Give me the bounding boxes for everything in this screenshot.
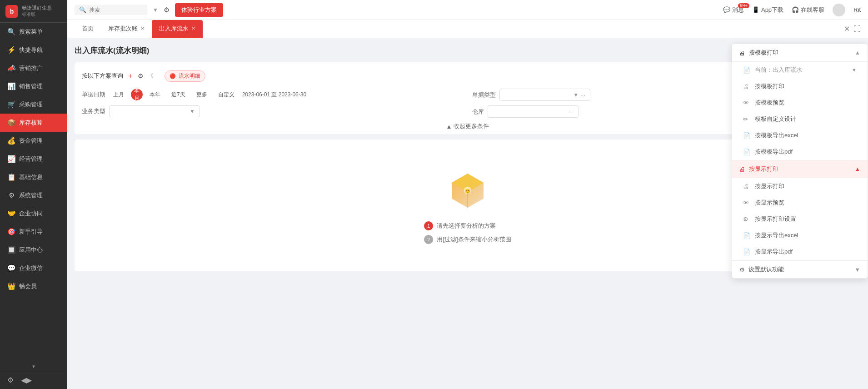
sidebar-item-search[interactable]: 🔍 搜索菜单 [0, 23, 67, 41]
sidebar-item-basic[interactable]: 📋 基础信息 [0, 168, 67, 186]
biz-type-arrow-icon: ▼ [190, 108, 195, 115]
header-gear-icon[interactable]: ⚙ [164, 6, 170, 14]
sidebar-item-marketing[interactable]: 📣 营销推广 [0, 59, 67, 77]
filter-chip-flow[interactable]: 🔴 流水明细 [165, 70, 205, 82]
date-btn-last-month[interactable]: 上月 [109, 90, 128, 100]
sidebar-item-sales[interactable]: 📊 销售管理 [0, 77, 67, 95]
date-btn-custom[interactable]: 自定义 [214, 90, 239, 100]
headset-icon: 🎧 [792, 6, 799, 13]
warehouse-more-icon[interactable]: ··· [569, 108, 574, 115]
tab-batch-account[interactable]: 库存批次账 ✕ [101, 20, 152, 38]
sidebar-item-wechat[interactable]: 💬 企业微信 [0, 259, 67, 277]
sidebar-item-purchase[interactable]: 🛒 采购管理 [0, 95, 67, 114]
money-icon: 💰 [7, 137, 15, 145]
sidebar-item-apps[interactable]: 🔲 应用中心 [0, 241, 67, 259]
sidebar-item-label: 系统管理 [19, 191, 43, 199]
tab-close-batch[interactable]: ✕ [140, 25, 145, 31]
header-search-box[interactable]: 🔍 [75, 5, 147, 15]
sidebar-item-member[interactable]: 👑 畅会员 [0, 277, 67, 295]
collapse-icon[interactable]: ◀▶ [21, 376, 32, 384]
sidebar-item-finance[interactable]: 💰 资金管理 [0, 132, 67, 150]
username-label[interactable]: Rit [853, 6, 861, 13]
window-maximize-button[interactable]: ⛶ [853, 25, 861, 33]
filter-title: 按以下方案查询 [82, 72, 123, 80]
pdf2-icon: 📄 [743, 249, 750, 255]
filter-group-biz-type: 业务类型 ▼ [82, 105, 463, 117]
sidebar-item-label: 库存核算 [19, 119, 43, 127]
dd-template-export-excel-item[interactable]: 📄 按模板导出excel [732, 127, 868, 144]
dd-display-preview-item[interactable]: 👁 按显示预览 [732, 194, 868, 211]
dd-display-export-pdf-item[interactable]: 📄 按显示导出pdf [732, 244, 868, 260]
dd-template-print-header[interactable]: 🖨 按模板打印 ▲ [732, 44, 868, 62]
date-btn-this-month[interactable]: 本月 [131, 89, 143, 100]
preview2-icon: 👁 [743, 199, 750, 206]
date-btn-this-year[interactable]: 本年 [145, 90, 165, 100]
sidebar: b 畅捷通好生意 标准版 🔍 搜索菜单 ⚡ 快捷导航 📣 营销推广 📊 销售管理… [0, 0, 67, 389]
doc-type-more-icon[interactable]: ··· [580, 91, 585, 98]
dd-display-export-excel-item[interactable]: 📄 按显示导出excel [732, 227, 868, 244]
sidebar-item-label: 应用中心 [19, 246, 43, 254]
dd-template-design-item[interactable]: ✏ 模板自定义设计 [732, 111, 868, 127]
warehouse-label: 仓库 [472, 108, 484, 116]
sidebar-scroll-down[interactable]: ▼ [0, 362, 67, 371]
tab-home[interactable]: 首页 [75, 20, 101, 38]
header: 🔍 ▼ ⚙ 体验行业方案 💬 消息 99+ 📱 App下载 🎧 在线客服 Rit [67, 0, 868, 20]
tab-close-flow[interactable]: ✕ [191, 25, 195, 31]
sidebar-item-system[interactable]: ⚙ 系统管理 [0, 186, 67, 204]
sidebar-item-operations[interactable]: 📈 经营管理 [0, 150, 67, 168]
sidebar-item-label: 营销推广 [19, 64, 43, 72]
excel-icon: 📄 [743, 132, 750, 139]
dd-default-func[interactable]: ⚙ 设置默认功能 ▼ [732, 260, 868, 278]
sidebar-item-quick-nav[interactable]: ⚡ 快捷导航 [0, 41, 67, 59]
app-download-button[interactable]: 📱 App下载 [752, 6, 783, 14]
step2-text: 用[过滤]条件来缩小分析范围 [437, 235, 511, 244]
excel2-icon: 📄 [743, 232, 750, 239]
default-icon: ⚙ [739, 266, 745, 273]
settings-icon[interactable]: ⚙ [7, 376, 14, 384]
collapse-more-button[interactable]: ▲ 收起更多条件 [446, 122, 489, 130]
trial-button[interactable]: 体验行业方案 [175, 3, 223, 17]
cart-icon: 🛒 [7, 100, 15, 109]
doc-type-select[interactable]: ▼ ··· [499, 89, 590, 101]
dd-display-print-header[interactable]: 🖨 按显示打印 ▲ [732, 160, 868, 178]
date-btn-7days[interactable]: 近7天 [167, 90, 190, 100]
sidebar-item-guide[interactable]: 🎯 新手引导 [0, 223, 67, 241]
page-title: 出入库流水(流水明细) [75, 45, 149, 56]
warehouse-select[interactable]: ··· [488, 105, 579, 118]
biz-type-label: 业务类型 [82, 107, 105, 115]
dd-template-print-item[interactable]: 🖨 按模板打印 [732, 78, 868, 95]
filter-chip-label: 流水明细 [179, 72, 200, 80]
print-icon: 🖨 [743, 83, 750, 90]
filter-collapse-icon[interactable]: 《 [147, 72, 154, 80]
dd-display-print-item[interactable]: 🖨 按显示打印 [732, 178, 868, 194]
tab-flow[interactable]: 出入库流水 ✕ [152, 20, 203, 38]
sidebar-item-enterprise[interactable]: 🤝 企业协同 [0, 204, 67, 223]
tab-bar: 首页 库存批次账 ✕ 出入库流水 ✕ ✕ ⛶ [67, 20, 868, 38]
filter-gear-icon[interactable]: ⚙ [138, 72, 144, 80]
window-close-button[interactable]: ✕ [844, 25, 850, 33]
dd-template-export-pdf-item[interactable]: 📄 按模板导出pdf [732, 144, 868, 160]
search-input[interactable] [89, 7, 135, 13]
avatar[interactable] [833, 4, 845, 16]
tab-flow-label: 出入库流水 [159, 25, 189, 33]
online-service-button[interactable]: 🎧 在线客服 [792, 6, 824, 14]
dd-display-print-settings-item[interactable]: ⚙ 按显示打印设置 [732, 211, 868, 227]
dd-display-arrow-icon: ▲ [855, 166, 860, 172]
date-btn-more[interactable]: 更多 [192, 90, 211, 100]
notifications-badge: 99+ [738, 3, 749, 8]
collapse-more-label: 收起更多条件 [454, 122, 489, 130]
dd-default-func-label: ⚙ 设置默认功能 [739, 265, 784, 274]
search-icon: 🔍 [79, 6, 86, 13]
sidebar-scroll: 🔍 搜索菜单 ⚡ 快捷导航 📣 营销推广 📊 销售管理 🛒 采购管理 📦 库存核… [0, 23, 67, 362]
date-label: 单据日期 [82, 90, 105, 99]
search-chevron-icon[interactable]: ▼ [153, 7, 158, 13]
sidebar-item-inventory[interactable]: 📦 库存核算 [0, 114, 67, 132]
biz-type-select[interactable]: ▼ [109, 105, 200, 117]
filter-add-button[interactable]: ＋ [127, 71, 134, 81]
preview-icon: 👁 [743, 100, 750, 106]
dd-current-label: 当前：出入库流水 [755, 66, 802, 74]
dd-template-preview-item[interactable]: 👁 按模板预览 [732, 95, 868, 111]
dd-current-template[interactable]: 📄 当前：出入库流水 ▼ [732, 62, 868, 78]
notifications-button[interactable]: 💬 消息 99+ [723, 6, 744, 14]
printer-icon: 🖨 [739, 50, 745, 56]
